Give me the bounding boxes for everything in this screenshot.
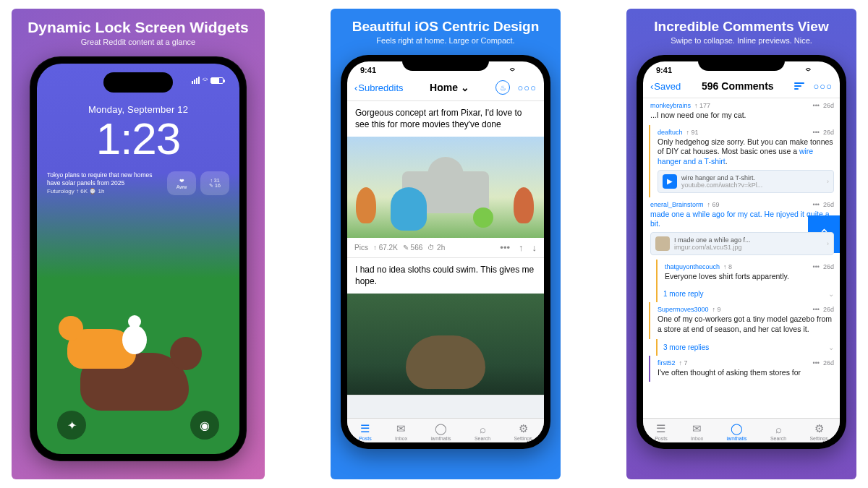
widget-meta: Futurology ↑ 6K ⌚ 1h [47, 188, 163, 195]
panel3-headline: Incredible Comments View [654, 19, 828, 35]
comment-text: I've often thought of asking them stores… [658, 368, 834, 378]
posts-icon: ☰ [360, 422, 370, 435]
phone-comments: 9:41 ⌔ ‹Saved 596 Comments ○○○ ⌃ monkeyb… [637, 55, 846, 449]
promo-panel-lockscreen: Dynamic Lock Screen Widgets Great Reddit… [12, 9, 265, 479]
notch [402, 55, 489, 71]
tab-settings[interactable]: ⚙Settings [514, 422, 532, 441]
comment-text: ...I now need one for my cat. [650, 111, 834, 121]
signal-icon [499, 67, 507, 74]
notch [698, 55, 785, 71]
camera-button[interactable]: ◉ [190, 411, 219, 440]
comment-text: One of my co-workers got a tiny model ga… [658, 314, 834, 334]
comment[interactable]: eneral_Brainstorm↑ 69•••26d made one a w… [643, 197, 840, 260]
tab-inbox[interactable]: ✉Inbox [395, 422, 407, 441]
more-replies-button[interactable]: 1 more reply⌄ [656, 286, 840, 302]
wifi-icon: ⌔ [510, 66, 515, 74]
inbox-icon: ✉ [692, 422, 702, 435]
chevron-down-icon: ⌄ [458, 82, 469, 93]
posts-icon: ☰ [656, 422, 665, 435]
wifi-icon: ⌔ [203, 75, 208, 85]
widget-headline-card[interactable]: Tokyo plans to require that new homes ha… [47, 171, 163, 195]
post-title: I had no idea sloths could swim. This gi… [347, 258, 544, 294]
sort-button[interactable] [794, 82, 806, 90]
battery-icon [210, 77, 224, 84]
chevron-right-icon: › [827, 178, 829, 185]
widget-chip-aww[interactable]: ❤ Aww [167, 171, 196, 195]
back-button[interactable]: ‹Subreddits [354, 82, 404, 93]
tab-search[interactable]: ⌕Search [475, 423, 490, 441]
panel2-headline: Beautiful iOS Centric Design [352, 19, 540, 35]
status-icons: ⌔ [192, 75, 224, 85]
comment[interactable]: Supermoves3000↑ 9•••26d One of my co-wor… [649, 302, 840, 338]
tabbar: ☰Posts ✉Inbox ◯iamthatis ⌕Search ⚙Settin… [347, 418, 544, 442]
tab-search[interactable]: ⌕Search [770, 423, 786, 441]
play-icon: ▶ [663, 174, 677, 189]
downvote-button[interactable]: ↓ [532, 242, 537, 253]
image-thumb-icon [655, 236, 670, 251]
tab-posts[interactable]: ☰Posts [359, 422, 372, 441]
tab-settings[interactable]: ⚙Settings [809, 422, 827, 441]
phone-lockscreen: ⌔ Monday, September 12 1:23 Tokyo plans … [30, 56, 247, 461]
post-upvotes: ↑ 67.2K [373, 244, 398, 252]
chevron-left-icon: ‹ [650, 81, 653, 92]
lock-time: 1:23 [37, 116, 239, 161]
panel3-sub: Swipe to collapse. Inline previews. Nice… [671, 36, 812, 45]
heart-icon: ❤ [179, 178, 184, 184]
wallpaper-characters [37, 252, 239, 411]
post-more-button[interactable]: ••• [500, 242, 510, 253]
comment-text: Everyone loves shirt forts apparently. [665, 272, 834, 282]
chevron-down-icon: ⌄ [828, 290, 834, 298]
widget-text: Tokyo plans to require that new homes ha… [47, 171, 163, 187]
upvote-button[interactable]: ↑ [519, 242, 524, 253]
status-time: 9:41 [360, 66, 376, 74]
embed-video[interactable]: ▶wire hanger and a T-shirt.youtube.com/w… [658, 170, 834, 193]
comment[interactable]: first52↑ 7•••26d I've often thought of a… [649, 356, 840, 382]
comment[interactable]: deaftuch↑ 91•••26d Only hedgehog size so… [649, 125, 840, 197]
back-button[interactable]: ‹Saved [650, 81, 681, 92]
more-button[interactable]: ○○○ [517, 82, 537, 93]
post-meta: Pics ↑ 67.2K ✎ 566 ⏱ 2h ••• ↑ ↓ [347, 238, 544, 257]
flashlight-button[interactable]: ✦ [57, 411, 86, 440]
signal-icon [795, 67, 803, 74]
battery-icon [814, 67, 827, 74]
posts-feed[interactable]: Gorgeous concept art from Pixar, I'd lov… [347, 101, 544, 418]
post-card[interactable]: Gorgeous concept art from Pixar, I'd lov… [347, 101, 544, 258]
comments-list[interactable]: ⌃ monkeybrains↑ 177•••26d ...I now need … [643, 98, 840, 418]
widget-chip-stats[interactable]: ↑ 31 ✎ 16 [200, 171, 229, 195]
comment[interactable]: thatguyonthecouch↑ 8•••26d Everyone love… [656, 260, 840, 286]
comment[interactable]: monkeybrains↑ 177•••26d ...I now need on… [643, 98, 840, 125]
flame-icon: ♨ [500, 84, 506, 92]
wifi-icon: ⌔ [806, 66, 811, 74]
promo-panel-comments: Incredible Comments View Swipe to collap… [626, 9, 856, 479]
post-title: Gorgeous concept art from Pixar, I'd lov… [347, 101, 544, 137]
tab-inbox[interactable]: ✉Inbox [691, 422, 703, 441]
gear-icon: ⚙ [519, 422, 528, 435]
post-card[interactable]: I had no idea sloths could swim. This gi… [347, 258, 544, 395]
phone-feed: 9:41 ⌔ ‹Subreddits Home ⌄ ♨ ○○○ Gorgeous… [341, 55, 550, 449]
post-age: ⏱ 2h [427, 244, 445, 252]
sort-hot-button[interactable]: ♨ [495, 80, 510, 95]
battery-icon [518, 67, 531, 74]
flashlight-icon: ✦ [67, 419, 77, 432]
more-replies-button[interactable]: 3 more replies⌄ [656, 339, 840, 356]
tab-profile[interactable]: ◯iamthatis [431, 422, 451, 441]
comment-text: made one a while ago for my cat. He njoy… [650, 210, 834, 229]
signal-icon [192, 77, 200, 84]
profile-icon: ◯ [731, 422, 743, 435]
gear-icon: ⚙ [814, 422, 824, 435]
nav-title[interactable]: Home ⌄ [430, 82, 469, 93]
profile-icon: ◯ [435, 422, 447, 435]
promo-panel-design: Beautiful iOS Centric Design Feels right… [331, 9, 561, 479]
panel2-sub: Feels right at home. Large or Compact. [376, 36, 514, 45]
more-button[interactable]: ○○○ [813, 81, 833, 92]
tab-posts[interactable]: ☰Posts [655, 422, 668, 441]
dynamic-island [103, 72, 173, 93]
tab-profile[interactable]: ◯iamthatis [727, 422, 747, 441]
embed-image[interactable]: I made one a while ago f...imgur.com/aLv… [650, 232, 834, 255]
comment-text: Only hedgehog size sorry. But you can ma… [658, 137, 834, 167]
nav-title: 596 Comments [702, 80, 774, 92]
inbox-icon: ✉ [396, 422, 406, 435]
comment-more-icon: ••• [813, 102, 820, 109]
tabbar: ☰Posts ✉Inbox ◯iamthatis ⌕Search ⚙Settin… [643, 418, 840, 442]
search-icon: ⌕ [775, 423, 782, 435]
